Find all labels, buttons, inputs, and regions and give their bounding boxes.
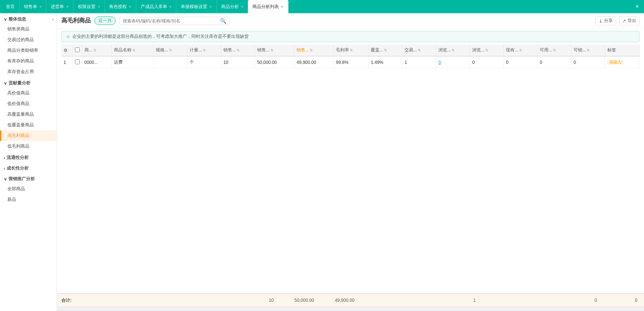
table-row: 1 0000... 运费 个 10 50,000.00 49,900.00 99… xyxy=(61,56,640,68)
sidebar-group-growth[interactable]: › 成长性分析 xyxy=(0,162,57,173)
sort-icon: ⇅ xyxy=(350,48,353,52)
nav-tab-analysis[interactable]: 商品分析 × xyxy=(217,0,248,13)
sort-icon: ⇅ xyxy=(203,48,206,52)
cell-browse1[interactable]: 0 xyxy=(436,56,470,68)
sidebar-item-high-coverage[interactable]: 高覆盖量商品 xyxy=(0,109,57,120)
footer-trade: 1 xyxy=(446,298,476,303)
chevron-right-icon: › xyxy=(4,155,5,160)
filter-button[interactable]: 近一月 xyxy=(94,17,116,25)
sidebar-item-all-goods[interactable]: 全部商品 xyxy=(0,184,57,194)
col-gross[interactable]: 毛利率⇅ xyxy=(334,44,368,56)
nav-tab-purchase[interactable]: 进货单 × xyxy=(46,0,73,13)
cell-checkbox[interactable] xyxy=(72,56,82,68)
sidebar-group-overall[interactable]: ∨ 整体信息 xyxy=(0,13,57,24)
col-trade[interactable]: 交易...⇅ xyxy=(402,44,436,56)
top-nav: 首页 销售单 × 进货单 × 权限设置 × 角色授权 × 产成品入库单 × 单据… xyxy=(0,0,644,13)
sidebar-item-new-goods[interactable]: 新品 xyxy=(0,194,57,205)
horizontal-scrollbar[interactable] xyxy=(57,307,644,311)
sort-icon: ⇅ xyxy=(237,48,240,52)
col-tag[interactable]: 标签 xyxy=(605,44,640,56)
col-name[interactable]: 商品名称⇅ xyxy=(111,44,154,56)
sidebar-item-category-rate[interactable]: 商品分类助销率 xyxy=(0,45,57,56)
nav-tab-analysis-list[interactable]: 商品分析列表 × xyxy=(248,0,288,13)
close-icon[interactable]: × xyxy=(98,4,100,9)
info-banner: ☆ 企业的主要的利润都是这部分商品创造的，可考虑加大推广，同时关注库存是不要出现… xyxy=(61,31,640,42)
col-sales2[interactable]: 销售...⇅ xyxy=(255,44,294,56)
col-sales3[interactable]: 销售...⇅ xyxy=(294,44,334,56)
sidebar-group-marketing[interactable]: ∨ 营销推广分析 xyxy=(0,173,57,184)
select-all-checkbox[interactable] xyxy=(75,47,80,52)
chevron-down-icon: ∨ xyxy=(4,177,7,182)
cell-index: 1 xyxy=(61,56,72,68)
sidebar-item-low-value[interactable]: 低价值商品 xyxy=(0,98,57,109)
col-code[interactable]: 商...⇅ xyxy=(82,44,111,56)
info-text: 企业的主要的利润都是这部分商品创造的，可考虑加大推广，同时关注库存是不要出现缺货 xyxy=(72,33,249,40)
search-input[interactable] xyxy=(123,18,219,23)
sidebar-item-traded-goods[interactable]: 交易过的商品 xyxy=(0,35,57,45)
col-current[interactable]: 现有...⇅ xyxy=(504,44,537,56)
chevron-down-icon: ∨ xyxy=(4,17,7,22)
sidebar-item-high-margin[interactable]: 高毛利商品 xyxy=(0,130,57,141)
nav-tab-product-inbound[interactable]: 产成品入库单 × xyxy=(136,0,176,13)
sort-icon: ⇅ xyxy=(310,48,313,52)
cell-trade: 1 xyxy=(402,56,436,68)
sort-icon: ⇅ xyxy=(587,48,590,52)
cell-browse2: 0 xyxy=(470,56,504,68)
sort-icon: ⇅ xyxy=(485,48,488,52)
col-settings[interactable]: ⚙ xyxy=(61,44,72,56)
col-unit[interactable]: 计量...⇅ xyxy=(187,44,221,56)
col-available[interactable]: 可用...⇅ xyxy=(537,44,571,56)
close-all-button[interactable]: × xyxy=(632,3,643,10)
nav-tab-home[interactable]: 首页 xyxy=(1,0,19,13)
nav-tab-permission[interactable]: 权限设置 × xyxy=(73,0,105,13)
search-box: 🔍 xyxy=(119,17,230,25)
cell-sales1: 10 xyxy=(221,56,255,68)
data-table-wrap: ⚙ 商...⇅ 商品名称⇅ 规格...⇅ 计量...⇅ 销售...⇅ 销售...… xyxy=(61,44,640,293)
export-icon: ↗ xyxy=(622,18,626,23)
content-area: 高毛利商品 近一月 🔍 ⤓ 分享 ↗ 导出 ☆ 企业的主要的利润都是这部分商品创… xyxy=(57,13,644,311)
sidebar-group-contribution[interactable]: ∨ 贡献量分析 xyxy=(0,77,57,88)
nav-tab-sales[interactable]: 销售单 × xyxy=(19,0,46,13)
col-checkbox[interactable] xyxy=(72,44,82,56)
cell-code: 0000... xyxy=(82,56,111,68)
sidebar-item-low-margin[interactable]: 低毛利商品 xyxy=(0,141,57,152)
sort-icon: ⇅ xyxy=(553,48,556,52)
sidebar-collapse-button[interactable]: « xyxy=(52,16,54,22)
sidebar-group-liquidity[interactable]: › 流通性分析 xyxy=(0,152,57,162)
footer-available: 0 xyxy=(608,298,637,303)
close-icon[interactable]: × xyxy=(66,4,68,9)
share-icon: ⤓ xyxy=(599,18,602,23)
close-icon[interactable]: × xyxy=(129,4,131,9)
cell-gross: 99.8% xyxy=(334,56,368,68)
nav-tab-role[interactable]: 角色授权 × xyxy=(105,0,136,13)
sidebar-item-stock-capital[interactable]: 库存资金占用 xyxy=(0,66,57,77)
nav-tab-template[interactable]: 单据模板设置 × xyxy=(176,0,216,13)
sidebar-item-high-value[interactable]: 高价值商品 xyxy=(0,88,57,98)
close-icon[interactable]: × xyxy=(209,4,212,9)
close-icon[interactable]: × xyxy=(281,4,283,9)
col-coverage[interactable]: 覆盖...⇅ xyxy=(368,44,402,56)
footer-sales1: 10 xyxy=(244,298,274,303)
search-icon[interactable]: 🔍 xyxy=(220,18,226,24)
sort-icon: ⇅ xyxy=(384,48,387,52)
close-icon[interactable]: × xyxy=(39,4,42,9)
sidebar-item-sales-goods[interactable]: 销售类商品 xyxy=(0,24,57,35)
col-browse2[interactable]: 浏览...⇅ xyxy=(470,44,504,56)
row-checkbox[interactable] xyxy=(75,59,80,64)
table-header-row: ⚙ 商...⇅ 商品名称⇅ 规格...⇅ 计量...⇅ 销售...⇅ 销售...… xyxy=(61,44,640,56)
info-icon: ☆ xyxy=(66,34,70,39)
close-icon[interactable]: × xyxy=(241,4,243,9)
sidebar-item-in-stock[interactable]: 有库存的商品 xyxy=(0,56,57,66)
sort-icon: ⇅ xyxy=(418,48,421,52)
col-spec[interactable]: 规格...⇅ xyxy=(154,44,187,56)
col-sales1[interactable]: 销售...⇅ xyxy=(221,44,255,56)
cell-saleable: 0 xyxy=(571,56,605,68)
sidebar-item-low-coverage[interactable]: 低覆盖量商品 xyxy=(0,120,57,130)
col-browse1[interactable]: 浏览...⇅ xyxy=(436,44,470,56)
col-saleable[interactable]: 可销...⇅ xyxy=(571,44,605,56)
close-icon[interactable]: × xyxy=(169,4,172,9)
cell-available: 0 xyxy=(537,56,571,68)
export-button[interactable]: ↗ 导出 xyxy=(619,16,640,25)
share-button[interactable]: ⤓ 分享 xyxy=(596,16,616,25)
sort-icon: ⇅ xyxy=(93,48,96,52)
